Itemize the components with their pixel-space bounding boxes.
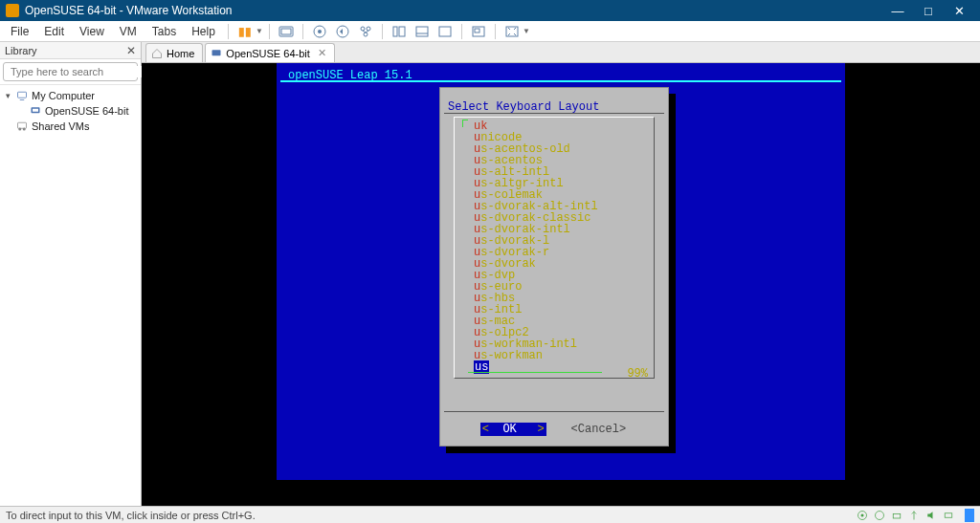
svg-rect-9 bbox=[399, 27, 405, 36]
svg-rect-18 bbox=[18, 92, 27, 98]
network-icon[interactable] bbox=[890, 509, 903, 522]
sidebar-header: Library ✕ bbox=[0, 42, 141, 59]
svg-point-24 bbox=[23, 128, 26, 131]
cd-icon[interactable] bbox=[873, 509, 886, 522]
message-indicator-icon[interactable] bbox=[965, 509, 974, 522]
window-title: OpenSUSE 64-bit - VMware Workstation bbox=[25, 4, 882, 17]
menu-vm[interactable]: VM bbox=[113, 23, 144, 40]
titlebar: OpenSUSE 64-bit - VMware Workstation — □… bbox=[0, 0, 980, 21]
svg-point-23 bbox=[18, 128, 21, 131]
unity-mode-button[interactable] bbox=[468, 22, 489, 41]
menu-edit[interactable]: Edit bbox=[37, 23, 71, 40]
view-mode-1-button[interactable] bbox=[389, 22, 410, 41]
view-mode-3-button[interactable] bbox=[434, 22, 456, 41]
library-sidebar: Library ✕ ▼ ▾ My Computer OpenSUSE 64-bi… bbox=[0, 42, 142, 506]
fullscreen-button[interactable] bbox=[501, 22, 523, 41]
tab-home[interactable]: Home bbox=[145, 43, 203, 62]
svg-rect-25 bbox=[212, 50, 221, 55]
svg-rect-8 bbox=[393, 27, 397, 36]
maximize-button[interactable]: □ bbox=[913, 0, 944, 21]
svg-rect-14 bbox=[475, 29, 479, 33]
svg-point-7 bbox=[364, 33, 368, 36]
computer-icon bbox=[15, 90, 29, 101]
svg-rect-21 bbox=[33, 109, 38, 112]
tab-opensuse[interactable]: OpenSUSE 64-bit ✕ bbox=[205, 43, 334, 62]
status-message: To direct input to this VM, click inside… bbox=[6, 510, 856, 521]
svg-rect-22 bbox=[18, 122, 27, 128]
tab-label: Home bbox=[167, 48, 194, 59]
layout-listbox[interactable]: uk unicode us-acentos-old us-acentos us-… bbox=[454, 117, 655, 379]
svg-rect-10 bbox=[416, 27, 428, 36]
library-search[interactable]: ▼ bbox=[3, 62, 138, 81]
statusbar: To direct input to this VM, click inside… bbox=[0, 506, 980, 523]
home-icon bbox=[151, 48, 163, 59]
svg-point-3 bbox=[318, 30, 322, 33]
disk-icon[interactable] bbox=[856, 509, 869, 522]
list-item[interactable]: us-workman bbox=[474, 350, 648, 361]
content-area: Home OpenSUSE 64-bit ✕ openSUSE Leap 15.… bbox=[142, 42, 980, 506]
svg-rect-30 bbox=[945, 512, 952, 517]
svg-rect-29 bbox=[893, 513, 901, 518]
send-ctrl-alt-del-button[interactable] bbox=[276, 22, 297, 41]
svg-point-6 bbox=[367, 27, 370, 31]
tab-label: OpenSUSE 64-bit bbox=[226, 48, 309, 59]
tree-item-my-computer[interactable]: ▾ My Computer bbox=[0, 88, 141, 103]
tree-item-shared-vms[interactable]: Shared VMs bbox=[0, 119, 141, 134]
sound-icon[interactable] bbox=[924, 509, 938, 522]
pause-button[interactable]: ▮▮ bbox=[234, 22, 256, 41]
view-mode-2-button[interactable] bbox=[412, 22, 433, 41]
close-button[interactable]: ✕ bbox=[944, 0, 974, 21]
vm-icon bbox=[211, 48, 222, 59]
sidebar-title: Library bbox=[5, 45, 126, 56]
menu-help[interactable]: Help bbox=[185, 23, 222, 40]
tree-item-opensuse[interactable]: OpenSUSE 64-bit bbox=[0, 103, 141, 119]
snapshot-revert-button[interactable] bbox=[332, 22, 353, 41]
cancel-button[interactable]: <Cancel> bbox=[569, 423, 629, 436]
vm-display[interactable]: openSUSE Leap 15.1 Select Keyboard Layou… bbox=[142, 63, 980, 506]
app-icon bbox=[6, 4, 19, 17]
printer-icon[interactable] bbox=[942, 509, 955, 522]
scroll-percent: 99% bbox=[627, 368, 648, 380]
vm-icon bbox=[29, 105, 42, 117]
search-input[interactable] bbox=[11, 66, 143, 77]
svg-rect-1 bbox=[281, 29, 291, 34]
chevron-down-icon[interactable]: ▼ bbox=[523, 27, 530, 35]
snapshot-manager-button[interactable] bbox=[355, 22, 376, 41]
tab-strip: Home OpenSUSE 64-bit ✕ bbox=[142, 42, 980, 63]
minimize-button[interactable]: — bbox=[882, 0, 913, 21]
menu-tabs[interactable]: Tabs bbox=[145, 23, 183, 40]
snapshot-button[interactable] bbox=[309, 22, 330, 41]
svg-point-27 bbox=[861, 513, 864, 516]
menubar: File Edit View VM Tabs Help ▮▮ ▼ ▼ bbox=[0, 21, 980, 42]
sidebar-close-button[interactable]: ✕ bbox=[126, 44, 136, 57]
svg-point-28 bbox=[876, 511, 884, 519]
menu-view[interactable]: View bbox=[73, 23, 111, 40]
keyboard-layout-dialog: Select Keyboard Layout uk unicode us-ace… bbox=[439, 87, 669, 447]
usb-icon[interactable] bbox=[907, 509, 921, 522]
svg-rect-12 bbox=[439, 27, 451, 36]
library-tree: ▾ My Computer OpenSUSE 64-bit Shared VMs bbox=[0, 85, 141, 137]
ok-button[interactable]: < OK > bbox=[480, 423, 546, 436]
tab-close-button[interactable]: ✕ bbox=[318, 47, 326, 59]
dialog-title: Select Keyboard Layout bbox=[448, 100, 599, 114]
shared-icon bbox=[15, 120, 29, 132]
svg-point-5 bbox=[361, 27, 365, 31]
menu-file[interactable]: File bbox=[4, 23, 35, 40]
chevron-down-icon[interactable]: ▼ bbox=[256, 27, 263, 35]
vm-screen[interactable]: openSUSE Leap 15.1 Select Keyboard Layou… bbox=[277, 63, 845, 480]
